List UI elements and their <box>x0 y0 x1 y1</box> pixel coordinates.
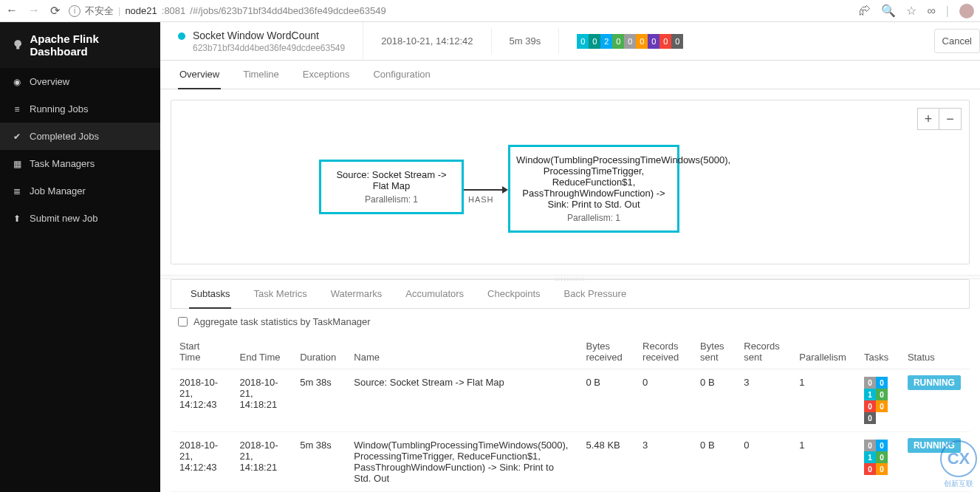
job-timestamp: 2018-10-21, 14:12:42 <box>363 28 491 54</box>
reload-icon[interactable]: ⟳ <box>50 4 60 18</box>
graph-edge <box>464 189 504 191</box>
status-badge: RUNNING <box>908 375 961 390</box>
sitemap-icon: ▦ <box>12 159 22 169</box>
task-badge: 0 <box>876 389 888 400</box>
main: Socket Window WordCount 623b71bf34dd4bed… <box>160 22 980 492</box>
task-badge: 0 <box>876 377 888 389</box>
col-start-time[interactable]: Start Time <box>171 335 231 369</box>
flink-icon <box>12 38 24 52</box>
task-badge: 0 <box>876 440 888 451</box>
task-badge: 0 <box>876 400 888 412</box>
tab-subtasks[interactable]: Subtasks <box>189 280 231 309</box>
col-tasks[interactable]: Tasks <box>855 335 899 369</box>
header-status-badges: 0 0 2 0 0 0 0 0 0 <box>577 34 683 49</box>
star-icon[interactable]: ☆ <box>906 4 916 18</box>
avatar[interactable] <box>959 4 974 18</box>
table-row[interactable]: 2018-10-21, 14:12:432018-10-21, 14:18:21… <box>171 369 970 432</box>
badge-count: 0 <box>636 34 648 49</box>
brand: Apache Flink Dashboard <box>0 22 160 68</box>
col-parallelism[interactable]: Parallelism <box>790 335 855 369</box>
task-badge: 0 <box>864 463 876 475</box>
aggregate-checkbox[interactable] <box>178 317 188 327</box>
server-icon: ≣ <box>12 186 22 197</box>
tab-exceptions[interactable]: Exceptions <box>301 61 352 89</box>
sidebar-item-overview[interactable]: ◉Overview <box>0 68 160 95</box>
forward-icon[interactable]: → <box>28 4 40 18</box>
task-badge: 0 <box>864 440 876 451</box>
zoom-icon[interactable]: 🔍 <box>881 4 896 18</box>
col-bytes-received[interactable]: Bytes received <box>578 335 634 369</box>
badge-count: 2 <box>600 34 612 49</box>
tab-back-pressure[interactable]: Back Pressure <box>563 280 628 308</box>
task-badge: 0 <box>876 451 888 463</box>
execution-graph[interactable]: + − Source: Socket Stream -> Flat Map Pa… <box>171 100 970 264</box>
url-bar[interactable]: i 不安全 | node21:8081/#/jobs/623b71bf34dd4… <box>69 4 850 18</box>
task-badge: 0 <box>864 400 876 412</box>
job-duration: 5m 39s <box>492 28 560 54</box>
tab-watermarks[interactable]: Watermarks <box>329 280 384 308</box>
tab-task-metrics[interactable]: Task Metrics <box>252 280 308 308</box>
badge-count: 0 <box>577 34 589 49</box>
check-icon: ✔ <box>12 131 22 142</box>
col-bytes-sent[interactable]: Bytes sent <box>691 335 735 369</box>
badge-count: 0 <box>589 34 600 49</box>
status-dot <box>178 33 185 40</box>
job-id: 623b71bf34dd4bed36fe49dcdee63549 <box>193 43 345 53</box>
col-duration[interactable]: Duration <box>291 335 345 369</box>
sidebar-item-submit-job[interactable]: ⬆Submit new Job <box>0 205 160 232</box>
info-icon[interactable]: i <box>69 5 80 17</box>
aggregate-row: Aggregate task statistics by TaskManager <box>160 309 980 335</box>
graph-node-window[interactable]: Window(TumblingProcessingTimeWindows(500… <box>508 145 679 233</box>
badge-count: 0 <box>648 34 659 49</box>
task-badge: 0 <box>864 412 876 424</box>
tab-configuration[interactable]: Configuration <box>371 61 431 89</box>
tab-overview[interactable]: Overview <box>178 61 221 89</box>
arrow-icon <box>502 186 508 194</box>
translate-icon[interactable]: ⮳ <box>859 4 871 18</box>
subtask-tabs: Subtasks Task Metrics Watermarks Accumul… <box>171 279 970 309</box>
sidebar-item-job-manager[interactable]: ≣Job Manager <box>0 177 160 205</box>
job-header: Socket Window WordCount 623b71bf34dd4bed… <box>160 22 980 61</box>
tab-accumulators[interactable]: Accumulators <box>404 280 465 308</box>
table-row[interactable]: 2018-10-21, 14:12:432018-10-21, 14:18:21… <box>171 432 970 492</box>
insecure-label: 不安全 <box>85 4 114 18</box>
dashboard-icon: ◉ <box>12 77 22 87</box>
task-badge: 0 <box>876 463 888 475</box>
col-records-received[interactable]: Records received <box>634 335 691 369</box>
upload-icon: ⬆ <box>12 213 22 224</box>
col-end-time[interactable]: End Time <box>231 335 292 369</box>
status-badge: RUNNING <box>908 438 961 453</box>
task-badge: 1 <box>864 389 876 400</box>
sidebar-item-completed-jobs[interactable]: ✔Completed Jobs <box>0 123 160 150</box>
col-status[interactable]: Status <box>899 335 970 369</box>
cloud-icon[interactable]: ∞ <box>927 4 935 18</box>
back-icon[interactable]: ← <box>6 4 18 18</box>
tab-timeline[interactable]: Timeline <box>241 61 281 89</box>
job-tabs: Overview Timeline Exceptions Configurati… <box>160 61 980 89</box>
aggregate-label: Aggregate task statistics by TaskManager <box>193 316 371 327</box>
col-name[interactable]: Name <box>345 335 577 369</box>
cancel-button[interactable]: Cancel <box>934 29 980 53</box>
badge-count: 0 <box>671 34 683 49</box>
sidebar-item-running-jobs[interactable]: ≡Running Jobs <box>0 95 160 123</box>
sidebar: Apache Flink Dashboard ◉Overview ≡Runnin… <box>0 22 160 492</box>
browser-bar: ← → ⟳ i 不安全 | node21:8081/#/jobs/623b71b… <box>0 0 980 22</box>
badge-count: 0 <box>659 34 671 49</box>
col-records-sent[interactable]: Records sent <box>735 335 790 369</box>
task-badge: 0 <box>864 377 876 389</box>
list-icon: ≡ <box>12 104 22 115</box>
subtasks-table: Start Time End Time Duration Name Bytes … <box>171 335 970 492</box>
task-badge: 1 <box>864 451 876 463</box>
graph-node-source[interactable]: Source: Socket Stream -> Flat Map Parall… <box>319 160 464 214</box>
graph-edge-label: HASH <box>468 195 494 204</box>
job-title: Socket Window WordCount <box>193 30 345 41</box>
tab-checkpoints[interactable]: Checkpoints <box>486 280 542 308</box>
sidebar-item-task-managers[interactable]: ▦Task Managers <box>0 150 160 177</box>
badge-count: 0 <box>612 34 624 49</box>
badge-count: 0 <box>624 34 636 49</box>
